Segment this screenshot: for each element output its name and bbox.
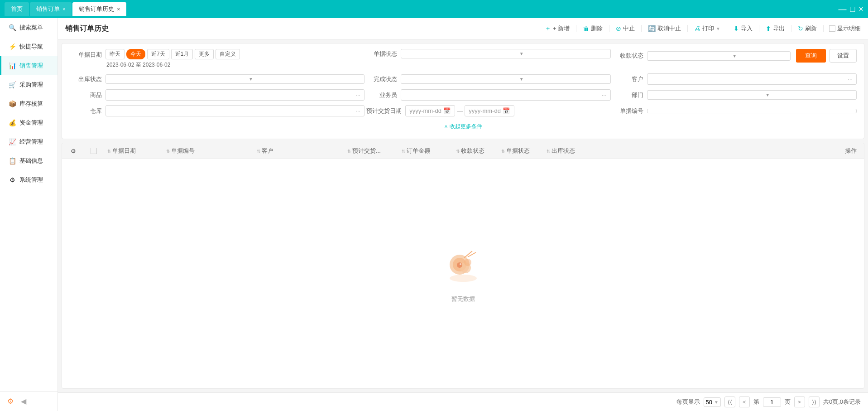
page-label: 第 — [753, 398, 759, 406]
top-bar-close-icon[interactable]: — — [839, 5, 847, 14]
date-btn-yesterday[interactable]: 昨天 — [106, 49, 125, 59]
delivery-date-end-text: yyyy-mm-dd — [469, 107, 501, 114]
print-button[interactable]: 🖨 打印 ▼ — [693, 23, 721, 34]
sidebar-item-basic-info[interactable]: 📋 基础信息 — [0, 151, 58, 170]
tab-sales-order-history[interactable]: 销售订单历史 × — [72, 2, 126, 16]
sort-icon-docstatus: ⇅ — [501, 149, 505, 154]
export-icon: ⬆ — [766, 25, 771, 32]
sidebar-item-inventory[interactable]: 📦 库存核算 — [0, 94, 58, 113]
sales-person-input[interactable]: ··· — [401, 89, 610, 101]
delete-button[interactable]: 🗑 删除 — [582, 23, 604, 34]
divider3 — [641, 25, 642, 32]
delivery-date-end[interactable]: yyyy-mm-dd 📅 — [465, 105, 514, 116]
per-page-label: 每页显示 — [676, 398, 700, 406]
top-bar-close-btn[interactable]: × — [858, 5, 863, 14]
stop-button[interactable]: ⊘ 中止 — [615, 23, 636, 34]
date-label: 单据日期 — [69, 49, 106, 59]
th-amount[interactable]: ⇅ 订单金额 — [397, 147, 451, 155]
main-layout: 🔍 搜索菜单 ⚡ 快捷导航 📊 销售管理 🛒 采购管理 📦 库存核算 💰 资金管… — [0, 18, 868, 411]
empty-text: 暂无数据 — [451, 295, 475, 303]
payment-status-select[interactable]: ▼ — [647, 51, 791, 61]
sort-icon-docno: ⇅ — [166, 149, 170, 154]
th-amount-label: 订单金额 — [407, 147, 430, 155]
warehouse-ellipsis-icon: ··· — [355, 107, 360, 114]
collapse-btn[interactable]: ∧ 收起更多条件 — [69, 120, 857, 133]
display-toggle-checkbox[interactable] — [829, 25, 835, 32]
next-page-btn[interactable]: ＞ — [794, 396, 805, 407]
sidebar-item-system-mgmt[interactable]: ⚙ 系统管理 — [0, 170, 58, 189]
sidebar-item-quick-nav[interactable]: ⚡ 快捷导航 — [0, 37, 58, 56]
stop-label: 中止 — [623, 24, 635, 33]
th-out-status[interactable]: ⇅ 出库状态 — [542, 147, 587, 155]
date-btn-today[interactable]: 今天 — [126, 49, 145, 59]
out-status-label: 出库状态 — [69, 75, 106, 83]
close-sales-order-history-icon[interactable]: × — [117, 6, 120, 12]
sort-icon-customer: ⇅ — [257, 149, 260, 154]
close-sales-order-icon[interactable]: × — [62, 6, 65, 12]
sidebar-collapse-icon[interactable]: ◀ — [21, 397, 26, 406]
doc-status-select[interactable]: ▼ — [401, 49, 610, 58]
th-gear[interactable]: ⚙ — [62, 148, 85, 155]
settings-button[interactable]: 设置 — [830, 49, 857, 63]
page-input[interactable] — [763, 397, 781, 407]
tab-sales-order[interactable]: 销售订单 × — [30, 2, 72, 16]
refresh-icon: ↻ — [798, 25, 803, 32]
tab-home-label: 首页 — [11, 5, 23, 13]
sidebar-item-sales-mgmt[interactable]: 📊 销售管理 — [0, 56, 58, 75]
sidebar-item-system-mgmt-label: 系统管理 — [19, 176, 43, 184]
th-customer[interactable]: ⇅ 客户 — [252, 147, 343, 155]
sidebar-item-search-menu[interactable]: 🔍 搜索菜单 — [0, 18, 58, 37]
delivery-date-range: yyyy-mm-dd 📅 — yyyy-mm-dd 📅 — [405, 105, 514, 116]
sales-person-ellipsis-icon: ··· — [602, 92, 607, 98]
date-btn-more[interactable]: 更多 — [195, 49, 214, 59]
header-checkbox[interactable] — [91, 148, 97, 154]
th-doc-status[interactable]: ⇅ 单据状态 — [497, 147, 542, 155]
quick-nav-icon: ⚡ — [9, 43, 16, 50]
warehouse-input[interactable]: ··· — [106, 105, 364, 116]
sidebar-item-capital-mgmt[interactable]: 💰 资金管理 — [0, 113, 58, 132]
system-mgmt-icon: ⚙ — [9, 176, 16, 184]
per-page-select[interactable]: 50 ▼ — [704, 397, 721, 407]
first-page-btn[interactable]: ⟨⟨ — [724, 396, 735, 407]
product-input[interactable]: ··· — [106, 89, 364, 101]
export-button[interactable]: ⬆ 导出 — [765, 23, 786, 34]
th-payment-status[interactable]: ⇅ 收款状态 — [451, 147, 497, 155]
th-checkbox[interactable] — [85, 148, 103, 154]
tab-sales-order-history-label: 销售订单历史 — [79, 5, 114, 13]
new-button[interactable]: ＋ + 新增 — [544, 23, 571, 34]
page-title: 销售订单历史 — [65, 24, 109, 34]
sidebar-item-operations-mgmt-label: 经营管理 — [19, 138, 43, 146]
delivery-date-start[interactable]: yyyy-mm-dd 📅 — [405, 105, 455, 116]
th-date[interactable]: ⇅ 单据日期 — [103, 147, 162, 155]
customer-input[interactable]: ··· — [647, 73, 857, 85]
tab-home[interactable]: 首页 — [5, 2, 29, 16]
sidebar-settings-icon[interactable]: ⚙ — [7, 397, 14, 406]
calendar-end-icon: 📅 — [503, 107, 510, 114]
date-btn-1month[interactable]: 近1月 — [171, 49, 193, 59]
refresh-label: 刷新 — [805, 24, 817, 33]
refresh-button[interactable]: ↻ 刷新 — [797, 23, 818, 34]
th-docno[interactable]: ⇅ 单据编号 — [162, 147, 252, 155]
department-select[interactable]: ▼ — [647, 90, 857, 100]
cancel-stop-button[interactable]: 🔄 取消中止 — [647, 23, 682, 34]
doc-number-input[interactable] — [647, 109, 857, 113]
last-page-btn[interactable]: ⟩⟩ — [809, 396, 820, 407]
prev-page-btn[interactable]: ＜ — [739, 396, 750, 407]
payment-status-label: 收款状态 — [611, 52, 647, 60]
sort-icon-date: ⇅ — [107, 149, 111, 154]
display-toggle-label: 显示明细 — [837, 24, 861, 33]
date-btn-custom[interactable]: 自定义 — [216, 49, 240, 59]
sidebar-item-operations-mgmt[interactable]: 📈 经营管理 — [0, 132, 58, 151]
th-delivery[interactable]: ⇅ 预计交货... — [343, 147, 397, 155]
top-bar-minimize-icon[interactable]: □ — [850, 5, 855, 14]
svg-point-8 — [460, 263, 461, 265]
import-button[interactable]: ⬇ 导入 — [733, 23, 753, 34]
date-btn-7days[interactable]: 近7天 — [147, 49, 169, 59]
query-button[interactable]: 查询 — [796, 49, 826, 63]
sidebar-item-purchase-mgmt[interactable]: 🛒 采购管理 — [0, 75, 58, 94]
out-status-select[interactable]: ▼ — [106, 74, 364, 84]
complete-status-select[interactable]: ▼ — [401, 74, 610, 84]
complete-status-arrow: ▼ — [519, 77, 607, 82]
display-toggle[interactable]: 显示明细 — [829, 24, 861, 33]
th-operation: 操作 — [587, 147, 864, 155]
